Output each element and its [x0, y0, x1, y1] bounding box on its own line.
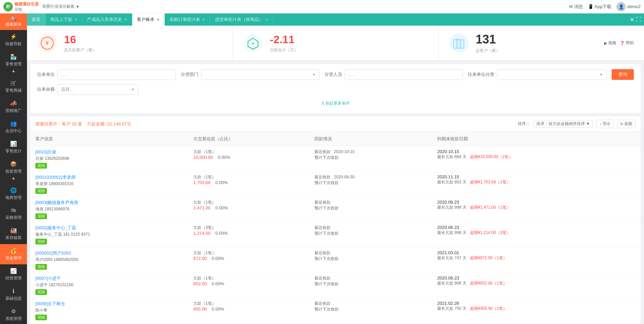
stat-value-3: 131	[476, 32, 500, 47]
overdue-amount-6[interactable]: 超期¥455.90（1笔）	[470, 306, 507, 311]
debt-percent-3: 0.00%	[215, 231, 228, 236]
sort-select[interactable]: 排序：按欠款金额倒序排序 ▼	[533, 120, 593, 128]
debt-amount-3[interactable]: 1,214.00	[193, 231, 211, 236]
sidebar-item-purchase[interactable]: 🛍 采购管理	[0, 204, 27, 224]
debt-amount-6[interactable]: 455.90	[193, 306, 207, 312]
last-collect-4: 最近收款	[314, 250, 427, 256]
avatar: 👤	[616, 2, 626, 11]
tab-close-production[interactable]: ✕	[124, 18, 127, 22]
sidebar-item-basic-info[interactable]: ℹ 基础信息	[0, 285, 27, 305]
debt-amount-5[interactable]: 652.00	[193, 281, 207, 286]
due-date-2: 2020.06.23	[437, 200, 636, 205]
filter-unit-class: 往来单位分类 ▼	[468, 69, 607, 80]
cell-customer-6: [0006]去下粮仓 陈小希 现销	[30, 298, 188, 323]
customer-name-6[interactable]: [0006]去下粮仓	[35, 301, 183, 307]
sidebar-item-quick-nav[interactable]: ⚡ 快捷导航	[0, 30, 27, 50]
dept-select[interactable]: ▼	[201, 69, 319, 80]
debt-amount-1[interactable]: 1,703.68	[193, 180, 211, 185]
sidebar-item-retail-mall[interactable]: 🛒 零售商城	[0, 77, 27, 97]
customer-name-0[interactable]: [0016]吕俊	[35, 149, 183, 155]
tab-close-customer[interactable]: ✕	[157, 18, 160, 22]
tab-close-inbound[interactable]: ✕	[265, 18, 268, 22]
sidebar-search[interactable]: 🔍 搜索菜单	[0, 13, 27, 30]
overdue-amount-3[interactable]: 超期¥1,214.00（3笔）	[470, 230, 510, 235]
sidebar-item-members[interactable]: 👥 会员中心	[0, 117, 27, 137]
tab-products[interactable]: 商品上下架 ✕	[46, 13, 82, 26]
cell-due-1: 2020.11.15 最长欠款 853 天 超期¥1,703.68（1笔）	[432, 172, 641, 197]
sidebar-item-ecommerce[interactable]: 🌐 电商管理	[0, 184, 27, 204]
collapse-row[interactable]: ⋀ 收起更多条件	[37, 99, 634, 108]
cell-due-2: 2020.06.23 最长欠款 998 天 超期¥1,471.00（1笔）	[432, 197, 641, 222]
cell-due-3: 2020.06.23 最长欠款 998 天 超期¥1,214.00（3笔）	[432, 222, 641, 247]
stat-value-1: 16	[64, 33, 96, 46]
help-btn[interactable]: ❓ 帮助	[620, 40, 634, 46]
top-bar-right: ✉ 消息 📱 App下载 👤 demo2	[569, 2, 641, 11]
logo-icon: 好	[3, 2, 13, 11]
tab-close-products[interactable]: ✕	[74, 18, 77, 22]
person-input[interactable]: ...	[345, 69, 463, 80]
customer-tag-2: 现销	[35, 213, 47, 219]
overdue-amount-0[interactable]: 超期¥10,000.00（1笔）	[470, 154, 513, 159]
overdue-amount-2[interactable]: 超期¥1,471.00（1笔）	[470, 205, 510, 210]
app-download-btn[interactable]: 📱 App下载	[588, 4, 611, 10]
cell-collection-5: 最近收款 预计下次收款	[309, 273, 432, 298]
cell-due-6: 2021.02.26 最长欠款 750 天 超期¥455.90（1笔）	[432, 298, 641, 323]
tab-close-purchase[interactable]: ✕	[202, 18, 205, 22]
company-selector[interactable]: 母婴行业演示账套 ▼	[42, 4, 80, 9]
tab-production[interactable]: 产成品入库单历史 ✕	[82, 13, 132, 26]
overdue-days-4: 最长欠款 747 天 超期¥672.00（1笔）	[437, 255, 636, 261]
sidebar-item-inventory[interactable]: 🏭 库存核算	[0, 224, 27, 244]
sidebar-item-retail-mgmt[interactable]: 🏪 零售管理 ▲	[0, 50, 27, 77]
next-collect-0: 预计下次收款	[314, 155, 427, 160]
export-btn[interactable]: ↑ 导出	[596, 120, 614, 128]
cell-due-5: 2020.06.23 最长欠款 998 天 超期¥652.00（1笔）	[432, 273, 641, 298]
debt-count-1: 欠款（1笔）	[193, 174, 304, 180]
tab-maximize-btn[interactable]: ⛶	[636, 17, 641, 23]
last-collect-6: 最近收款	[314, 301, 427, 306]
sidebar-item-sys-mgmt[interactable]: ⚙ 系统管理	[0, 305, 27, 324]
table-row: [0002]服务中心_丁磊 服务中心_丁磊 181 0125 8371 现销 欠…	[30, 222, 641, 247]
customer-name-1[interactable]: [0001020001]李老师	[35, 174, 183, 180]
debt-percent-5: 0.00%	[212, 281, 224, 286]
query-button[interactable]: 查询	[612, 69, 634, 80]
tab-home[interactable]: 首页	[27, 13, 46, 26]
customer-name-5[interactable]: [0007]小进干	[35, 275, 183, 282]
th-collection: 回款情况	[309, 132, 432, 146]
tab-purchase[interactable]: 采购订单统计表 ✕	[165, 13, 210, 26]
unit-class-select[interactable]: ▼	[497, 69, 607, 80]
sidebar-item-marketing[interactable]: 📣 营销推广	[0, 97, 27, 117]
filter-row-2: 往来余额 选择... ▼	[37, 84, 634, 95]
tab-inbound[interactable]: 进货单统计表（按商品） ✕	[210, 13, 273, 26]
svg-text:¥: ¥	[46, 40, 49, 46]
debt-amount-2[interactable]: 1,471.00	[193, 205, 211, 210]
tab-close-all-btn[interactable]: ✕	[630, 17, 634, 23]
balance-select[interactable]: 选择... ▼	[57, 84, 138, 95]
tab-customer[interactable]: 客户账本 ✕	[132, 13, 165, 26]
overdue-amount-1[interactable]: 超期¥1,703.68（1笔）	[470, 180, 510, 184]
last-collect-0: 最近收款 2020-10-15	[314, 149, 427, 155]
source-unit-input[interactable]: ...	[57, 69, 176, 80]
debt-amount-0[interactable]: 10,000.00	[193, 155, 213, 160]
view-btn[interactable]: ▶ 视频	[604, 40, 616, 46]
sidebar-item-operations[interactable]: 📈 经营管理	[0, 264, 27, 285]
sidebar-item-retail-stats[interactable]: 📊 零售统计	[0, 137, 27, 157]
sidebar-item-finance[interactable]: 💰 资金管理	[0, 244, 27, 264]
debt-amount-4[interactable]: 672.00	[193, 256, 207, 261]
customer-name-4[interactable]: [000002]用户2050	[35, 250, 183, 256]
last-collect-3: 最近收款	[314, 225, 427, 231]
stat-info-2: -2.11 欠款合计（万）	[270, 33, 298, 53]
message-btn[interactable]: ✉ 消息	[569, 4, 583, 10]
user-menu[interactable]: 👤 demo2	[616, 2, 641, 11]
table-toolbar: 搜索结果中，客户 16 家 欠款金额 -21,148.07元 排序： 排序：按欠…	[30, 116, 641, 132]
refresh-btn[interactable]: ↻ 刷新	[617, 120, 636, 128]
table-area: 搜索结果中，客户 16 家 欠款金额 -21,148.07元 排序： 排序：按欠…	[30, 116, 641, 324]
sidebar-item-batch-mgmt[interactable]: 📦 批发管理 ▲	[0, 157, 27, 184]
cell-debt-2: 欠款（1笔） 1,471.00 0.00%	[188, 197, 309, 222]
customer-sub-5: 小进干 18279152100	[35, 282, 183, 288]
sort-label: 排序：	[518, 121, 530, 127]
overdue-amount-5[interactable]: 超期¥652.00（1笔）	[470, 281, 507, 286]
customer-name-2[interactable]: [0003]畅捷服务尹海燕	[35, 200, 183, 206]
customer-name-3[interactable]: [0002]服务中心_丁磊	[35, 225, 183, 231]
cell-due-0: 2020.10.15 最长欠款 884 天 超期¥10,000.00（1笔）	[432, 146, 641, 172]
overdue-amount-4[interactable]: 超期¥672.00（1笔）	[470, 256, 507, 260]
